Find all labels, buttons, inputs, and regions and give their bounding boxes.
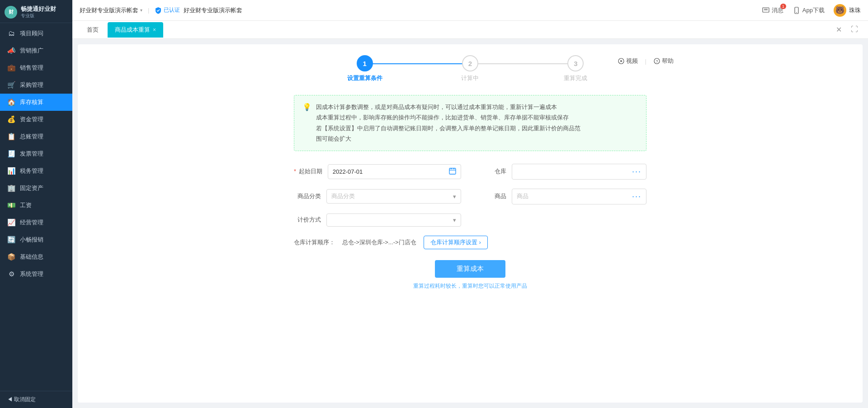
step-1-label: 设置重算条件 xyxy=(347,74,382,82)
info-text-content: 因成本计算参数调整，或是对商品成本有疑问时，可以通过成本重算功能，重新计算一遍成… xyxy=(316,102,580,144)
help-link[interactable]: ? 帮助 xyxy=(654,57,674,65)
finance-icon: 💰 xyxy=(7,115,15,123)
category-placeholder: 商品分类 xyxy=(331,192,355,200)
sidebar-item-payroll[interactable]: 💵 工资 xyxy=(0,197,72,214)
tabs-bar: 首页 商品成本重算 × ✕ ⛶ xyxy=(72,21,868,39)
close-tab-button[interactable]: ✕ xyxy=(833,24,844,35)
tab-home[interactable]: 首页 xyxy=(80,22,106,38)
app-download-button[interactable]: App下载 xyxy=(793,6,825,14)
tab-close-icon[interactable]: × xyxy=(153,27,156,33)
verified-label: 已认证 xyxy=(164,6,180,14)
project-icon: 🗂 xyxy=(7,29,15,37)
main-content: 好业财专业版演示帐套 ▾ | 已认证 好业财专业版演示帐套 消息 1 App下载… xyxy=(72,0,868,408)
sidebar-nav: 🗂 项目顾问 📣 营销推广 💼 销售管理 🛒 采购管理 🏠 库存核算 💰 资金管… xyxy=(0,23,72,391)
sidebar-item-label: 营销推广 xyxy=(20,47,43,55)
sidebar-item-label: 基础信息 xyxy=(20,253,43,261)
sidebar-item-label: 经营管理 xyxy=(20,218,43,227)
message-button[interactable]: 消息 1 xyxy=(762,6,783,14)
sidebar: 财 畅捷通好业财 专业版 🗂 项目顾问 📣 营销推广 💼 销售管理 🛒 采购管理… xyxy=(0,0,72,408)
unpin-label: ◀ 取消固定 xyxy=(7,396,36,403)
expand-button[interactable]: ⛶ xyxy=(848,24,861,35)
sidebar-item-purchase[interactable]: 🛒 采购管理 xyxy=(0,76,72,94)
help-label: 帮助 xyxy=(662,57,674,65)
category-label: 商品分类 xyxy=(294,192,321,200)
start-date-value: 2022-07-01 xyxy=(333,168,363,175)
recalc-button[interactable]: 重算成本 xyxy=(435,260,505,278)
mobile-icon xyxy=(793,6,801,14)
basic-icon: 📦 xyxy=(7,253,15,261)
sidebar-item-finance[interactable]: 💰 资金管理 xyxy=(0,111,72,128)
expense-icon: 🔄 xyxy=(7,236,15,244)
video-label: 视频 xyxy=(626,57,638,65)
sidebar-item-label: 库存核算 xyxy=(20,98,43,106)
video-link[interactable]: 视频 xyxy=(618,57,638,65)
required-mark: * xyxy=(294,168,296,175)
chevron-right-icon: › xyxy=(479,239,481,246)
recalc-btn-label: 重算成本 xyxy=(457,265,484,272)
warehouse-label: 仓库 xyxy=(479,167,506,176)
account-display-name: 好业财专业版演示帐套 xyxy=(184,6,242,14)
sidebar-item-system[interactable]: ⚙ 系统管理 xyxy=(0,266,72,283)
warehouse-dots-btn[interactable]: ··· xyxy=(632,167,642,176)
warehouse-order-row: 仓库计算顺序： 总仓->深圳仓库->...->门店仓 仓库计算顺序设置 › xyxy=(294,236,646,249)
pricing-arrow-icon: ▾ xyxy=(453,217,456,223)
svg-point-2 xyxy=(796,12,797,13)
marketing-icon: 📣 xyxy=(7,47,15,55)
invoice-icon: 🧾 xyxy=(7,150,15,158)
start-date-input[interactable]: 2022-07-01 xyxy=(328,164,461,179)
form-section: * 起始日期 2022-07-01 仓库 ··· xyxy=(294,164,646,249)
app-logo-icon: 财 xyxy=(5,6,17,19)
warehouse-order-value: 总仓->深圳仓库->...->门店仓 xyxy=(342,238,416,247)
warehouse-input[interactable]: ··· xyxy=(512,164,646,180)
assets-icon: 🏢 xyxy=(7,184,15,192)
svg-marker-4 xyxy=(620,60,623,62)
sidebar-item-label: 销售管理 xyxy=(20,64,43,72)
pricing-label: 计价方式 xyxy=(294,216,321,224)
category-select[interactable]: 商品分类 ▾ xyxy=(326,189,461,204)
sidebar-item-assets[interactable]: 🏢 固定资产 xyxy=(0,180,72,197)
sidebar-item-management[interactable]: 📈 经营管理 xyxy=(0,214,72,231)
sidebar-item-expense[interactable]: 🔄 小畅报销 xyxy=(0,231,72,248)
sidebar-item-marketing[interactable]: 📣 营销推广 xyxy=(0,42,72,59)
sidebar-item-label: 工资 xyxy=(20,201,32,209)
app-download-label: App下载 xyxy=(802,6,825,14)
verified-badge: 已认证 xyxy=(155,6,180,14)
sidebar-item-ledger[interactable]: 📋 总账管理 xyxy=(0,128,72,145)
user-avatar-area[interactable]: 🐻 珠珠 xyxy=(834,4,861,17)
sidebar-item-label: 系统管理 xyxy=(20,270,43,278)
tab-home-label: 首页 xyxy=(87,26,99,33)
unpin-sidebar-button[interactable]: ◀ 取消固定 xyxy=(0,391,72,408)
sidebar-item-basic[interactable]: 📦 基础信息 xyxy=(0,248,72,266)
sidebar-item-inventory[interactable]: 🏠 库存核算 xyxy=(0,94,72,111)
message-badge: 1 xyxy=(780,4,786,9)
info-line-1: 因成本计算参数调整，或是对商品成本有疑问时，可以通过成本重算功能，重新计算一遍成… xyxy=(316,102,580,112)
app-edition: 专业版 xyxy=(21,13,56,19)
sidebar-item-project[interactable]: 🗂 项目顾问 xyxy=(0,25,72,42)
help-icon: ? xyxy=(654,58,660,64)
sidebar-item-invoice[interactable]: 🧾 发票管理 xyxy=(0,145,72,162)
topbar-right: 消息 1 App下载 🐻 珠珠 xyxy=(762,4,861,17)
category-field: 商品分类 商品分类 ▾ xyxy=(294,189,461,204)
tabs-actions: ✕ ⛶ xyxy=(833,24,861,35)
sidebar-item-tax[interactable]: 📊 税务管理 xyxy=(0,162,72,180)
form-row-2: 商品分类 商品分类 ▾ 商品 商品 ··· xyxy=(294,189,646,204)
tax-icon: 📊 xyxy=(7,167,15,175)
ledger-icon: 📋 xyxy=(7,133,15,141)
warehouse-order-label: 仓库计算顺序： xyxy=(294,238,335,247)
sidebar-item-sales[interactable]: 💼 销售管理 xyxy=(0,59,72,76)
warehouse-order-settings-button[interactable]: 仓库计算顺序设置 › xyxy=(424,236,488,249)
account-selector[interactable]: 好业财专业版演示帐套 ▾ xyxy=(80,6,142,14)
pricing-select[interactable]: ▾ xyxy=(326,213,461,227)
info-line-3: 若【系统设置】中启用了自动调整记账日期时，会调整入库单的整单记账日期，因此重新计… xyxy=(316,123,580,133)
recalc-section: 重算成本 重算过程耗时较长，重算时您可以正常使用产品 xyxy=(92,260,848,290)
start-date-field: * 起始日期 2022-07-01 xyxy=(294,164,461,179)
warehouse-field: 仓库 ··· xyxy=(479,164,646,180)
sidebar-item-label: 小畅报销 xyxy=(20,236,43,244)
account-dropdown-arrow: ▾ xyxy=(140,8,142,13)
tab-recalc-label: 商品成本重算 xyxy=(115,26,150,34)
step-3-circle: 3 xyxy=(567,55,584,71)
calendar-icon[interactable] xyxy=(449,167,456,176)
product-dots-btn[interactable]: ··· xyxy=(632,192,642,201)
product-input[interactable]: 商品 ··· xyxy=(512,189,646,204)
tab-recalc[interactable]: 商品成本重算 × xyxy=(108,22,163,38)
